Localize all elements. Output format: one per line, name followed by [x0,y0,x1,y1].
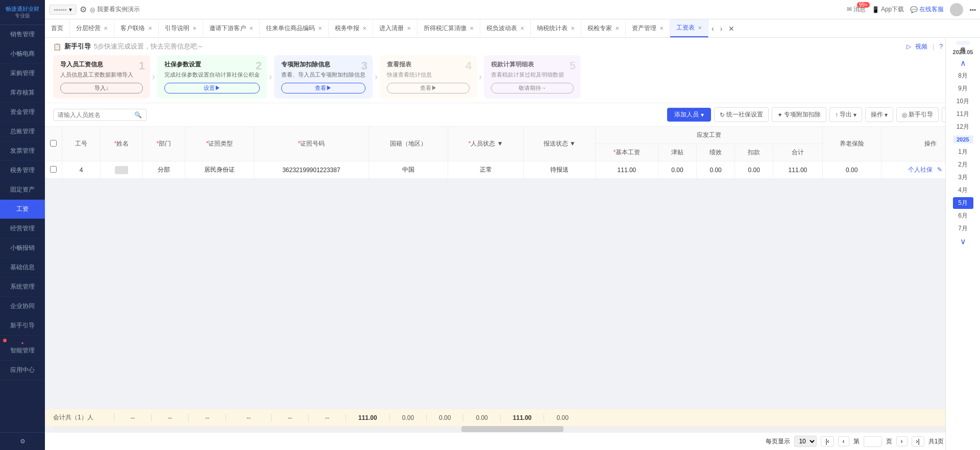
sidebar-item-invoice[interactable]: 发票管理 [0,141,45,161]
tab-tax-relief[interactable]: 税负波动表 ✕ [480,20,531,37]
tab-close-income[interactable]: ✕ [470,26,474,31]
user-avatar[interactable] [950,3,963,16]
sidebar-item-capital[interactable]: 资金管理 [0,103,45,122]
tab-close-stats[interactable]: ✕ [571,26,575,31]
month-btn-4[interactable]: 4月 [953,184,973,196]
sidebar-item-ledger[interactable]: 总账管理 [0,122,45,141]
social-security-btn[interactable]: ↻ 统一社保设置 [714,107,769,122]
guide-btn[interactable]: ◎ 新手引导 [896,107,939,122]
step3-btn[interactable]: 查看▶ [281,83,365,93]
sidebar-item-collab[interactable]: 企业协同 [0,297,45,316]
sidebar-item-operations[interactable]: 经营管理 [0,219,45,239]
month-btn-10[interactable]: 10月 [953,96,973,107]
tab-tax-report[interactable]: 税务申报 ✕ [329,20,373,37]
sidebar-item-basic[interactable]: 基础信息 [0,258,45,277]
tab-assets[interactable]: 资产管理 ✕ [626,20,670,37]
tab-nav-next[interactable]: › [717,25,726,33]
prev-page-btn[interactable]: ‹ [838,436,849,446]
per-page-select[interactable]: 10 20 50 [794,436,817,447]
sidebar-item-marketing[interactable]: 小畅报销 [0,239,45,258]
step4-btn[interactable]: 查看▶ [387,83,470,93]
sidebar-item-inventory[interactable]: 库存核算 [0,83,45,103]
tab-home[interactable]: 首页 [45,20,70,37]
tab-partition[interactable]: 分层经营 ✕ [70,20,114,37]
account-selector[interactable]: ▪▪▪▪▪▪ ▾ [49,5,77,15]
row-select-checkbox[interactable] [50,166,57,173]
message-btn[interactable]: ✉ 消息 99+ [847,5,866,14]
month-panel-title[interactable]: 月份选择 [956,41,970,45]
page-number-input[interactable]: 1 [864,436,882,447]
step2-btn[interactable]: 设置▶ [164,83,260,93]
step5-btn[interactable]: 敬请期待→ [491,83,574,93]
next-page-btn[interactable]: › [896,436,908,446]
tab-close-tax[interactable]: ✕ [362,26,366,31]
tab-nav-prev[interactable]: ‹ [708,25,717,33]
status-filter-icon[interactable]: ▼ [497,140,503,147]
tab-guide[interactable]: 引导说明 ✕ [159,20,203,37]
sidebar-item-system[interactable]: 系统管理 [0,277,45,297]
month-btn-7[interactable]: 7月 [953,223,973,234]
month-btn-6[interactable]: 6月 [953,210,973,222]
tab-income-tax[interactable]: 所得税汇算清缴 ✕ [418,20,480,37]
export-btn[interactable]: ↑ 导出 ▾ [829,107,862,122]
tab-close-customer[interactable]: ✕ [148,26,152,31]
settings-gear-icon[interactable]: ⚙ [80,5,87,14]
tab-close-relief[interactable]: ✕ [520,26,524,31]
step1-btn[interactable]: 导入↓ [60,83,143,93]
operation-btn[interactable]: 操作 ▾ [865,107,893,122]
sidebar-item-apps[interactable]: 应用中心 [0,361,45,380]
horizontal-scrollbar[interactable] [53,426,972,432]
month-btn-9[interactable]: 9月 [953,83,973,94]
month-nav-down[interactable]: ∨ [959,235,967,247]
sidebar-item-ecommerce[interactable]: 小畅电商 [0,44,45,64]
search-icon[interactable]: 🔍 [134,111,142,119]
tab-close-assets[interactable]: ✕ [659,26,664,31]
tab-customer[interactable]: 客户联络 ✕ [114,20,159,37]
tab-close-all[interactable]: ✕ [725,25,738,33]
demo-link[interactable]: ◎ 我要看实例演示 [90,5,140,14]
sidebar-item-purchase[interactable]: 采购管理 [0,64,45,83]
add-person-btn[interactable]: 添加人员 ▾ [667,108,711,122]
sidebar-item-salary[interactable]: 工资 [0,200,45,219]
tab-close-guide[interactable]: ✕ [192,26,197,31]
sidebar-settings-btn[interactable]: ⚙ [0,432,45,450]
user-name[interactable]: ▪▪▪ [969,6,976,13]
sidebar-item-tax[interactable]: 税务管理 [0,161,45,180]
tab-tax-stats[interactable]: 纳税统计表 ✕ [531,20,581,37]
sidebar-item-assets[interactable]: 固定资产 [0,180,45,200]
sidebar-item-sales[interactable]: 销售管理 [0,25,45,44]
tab-clearance[interactable]: 进入清册 ✕ [373,20,418,37]
search-input[interactable] [58,111,134,119]
tab-close-expert[interactable]: ✕ [615,26,619,31]
month-btn-1[interactable]: 1月 [953,146,973,158]
guide-video-btn[interactable]: ▷ 视频 [906,42,927,51]
action-social-insurance[interactable]: 个人社保 [908,166,933,173]
month-btn-12[interactable]: 12月 [953,121,973,133]
month-nav-up[interactable]: ∧ [959,57,967,69]
select-all-checkbox[interactable] [50,140,57,147]
tab-tax-expert[interactable]: 税检专家 ✕ [581,20,626,37]
sidebar-item-guide[interactable]: 新手引导 [0,316,45,336]
tab-close-clearance[interactable]: ✕ [407,26,411,31]
tab-invite[interactable]: 邀请下游客户 ✕ [203,20,260,37]
report-filter-icon[interactable]: ▼ [570,140,576,147]
month-btn-5[interactable]: 5月 [953,197,973,209]
month-btn-8[interactable]: 8月 [953,70,973,82]
month-btn-11[interactable]: 11月 [953,108,973,120]
online-service-btn[interactable]: 💬 在线客服 [910,5,944,14]
last-page-btn[interactable]: ›| [912,436,924,446]
tab-close-invite[interactable]: ✕ [249,26,253,31]
month-btn-2[interactable]: 2月 [953,159,973,171]
tab-close-salary[interactable]: ✕ [698,25,702,31]
tab-close-partition[interactable]: ✕ [104,26,108,31]
first-page-btn[interactable]: |‹ [821,436,834,446]
app-download-btn[interactable]: 📱 App下载 [872,5,904,14]
special-deduction-btn[interactable]: ✦ 专项附加扣除 [772,107,826,122]
tab-close-goods[interactable]: ✕ [318,26,322,31]
month-btn-3[interactable]: 3月 [953,172,973,183]
action-edit-icon[interactable]: ✎ [937,166,942,173]
step1-desc: 人员信息及工资数据新增导入 [60,71,143,79]
tab-goods-code[interactable]: 往来单位商品编码 ✕ [260,20,329,37]
sidebar-item-smart[interactable]: 智能管理 [0,336,45,361]
tab-salary[interactable]: 工资表 ✕ [670,19,708,37]
